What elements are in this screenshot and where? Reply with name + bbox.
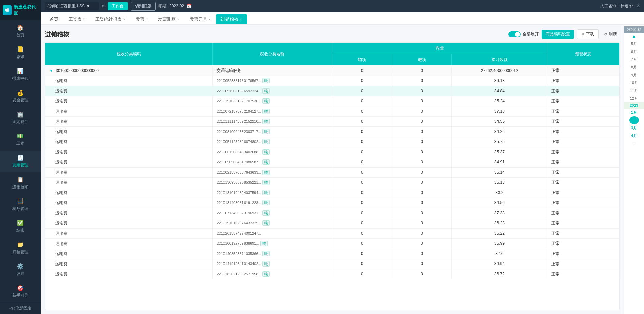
calendar-month-item[interactable]: 4月 xyxy=(629,132,639,140)
table-row: 运输费 22100523381780176567... 吨 0 0 36.13 … xyxy=(45,76,619,86)
unit-tag: 吨 xyxy=(262,88,270,94)
expand-toggle[interactable]: 全部展开 xyxy=(508,31,539,37)
cell-name-child: 运输费 xyxy=(45,177,213,188)
sidebar-footer[interactable]: ◁◁ 取消固定 xyxy=(0,302,41,314)
calendar-month-item[interactable]: 2月 xyxy=(629,116,639,124)
tab-label-salary-stat: 工资统计报表 xyxy=(95,16,122,22)
sidebar-item-archive[interactable]: 📁 归档管理 xyxy=(0,237,41,259)
calendar-month-item[interactable]: 10月 xyxy=(630,79,638,87)
calendar-month-item[interactable]: 12月 xyxy=(630,95,638,102)
refresh-button[interactable]: ↻ 刷新 xyxy=(601,30,620,39)
unit-tag: 吨 xyxy=(262,98,270,104)
cell-code-child: 2210100192789838691... 吨 xyxy=(213,238,332,249)
nav-label-tax: 税务管理 xyxy=(12,206,28,212)
cell-sale: 0 xyxy=(332,218,392,228)
nav-label-settings: 设置 xyxy=(16,271,24,277)
cell-code: ▼ 3010000000000000000 xyxy=(45,65,213,76)
tab-close-invoice-calc[interactable]: × xyxy=(177,17,179,21)
sidebar-item-capital[interactable]: 💰 资金管理 xyxy=(0,85,41,107)
toggle-track[interactable] xyxy=(508,31,521,37)
calendar-icon: 📅 xyxy=(187,4,192,8)
calendar-month-item[interactable]: 7月 xyxy=(630,56,638,63)
tab-invoice-open[interactable]: 发票开具× xyxy=(185,14,215,24)
calendar-month-item[interactable]: 1月 xyxy=(629,109,639,116)
app-name: 畅捷通易代账 xyxy=(14,4,38,16)
cell-cumulative: 33.2 xyxy=(452,188,547,198)
copy-icon[interactable]: ⧉ xyxy=(102,4,105,8)
nav-icon-settings: ⚙️ xyxy=(17,263,24,270)
table-row: 运输费 22100915031396592224... 吨 0 0 34.84 … xyxy=(45,86,619,96)
nav-label-home: 首页 xyxy=(16,32,24,38)
tab-close-invoice[interactable]: × xyxy=(146,17,148,21)
calendar-up-arrow[interactable]: ▲ xyxy=(631,33,638,40)
service-button[interactable]: 人工咨询 xyxy=(600,3,617,9)
cell-purchase: 0 xyxy=(392,76,452,86)
col-cumulative: 累计数额 xyxy=(452,54,547,66)
tab-home[interactable]: 首页 xyxy=(45,14,63,24)
cell-sale: 0 xyxy=(332,147,392,157)
unit-tag: 吨 xyxy=(262,109,270,114)
calendar-month-item[interactable]: 5月 xyxy=(630,40,638,48)
tab-inout-check[interactable]: 进销稽核× xyxy=(216,14,247,24)
sidebar-item-invoice[interactable]: 🧾 发票管理 xyxy=(0,151,41,172)
collapse-icon[interactable]: ▼ xyxy=(49,68,53,73)
calendar-month-item[interactable]: 8月 xyxy=(630,63,638,71)
cell-sale: 0 xyxy=(332,137,392,147)
nav-icon-tax: 🧮 xyxy=(17,198,24,204)
curr-year-label: 2023 xyxy=(624,102,644,109)
cell-purchase: 0 xyxy=(392,167,452,177)
cell-code-child: 22101419125410143402... 吨 xyxy=(213,259,332,269)
sidebar-item-reports[interactable]: 📊 报表中心 xyxy=(0,64,41,85)
sidebar-item-salary[interactable]: 💵 工资 xyxy=(0,129,41,151)
cell-sale: 0 xyxy=(332,269,392,279)
cell-purchase: 0 xyxy=(392,249,452,259)
tab-close-invoice-open[interactable]: × xyxy=(209,17,211,21)
tab-close-salary-stat[interactable]: × xyxy=(123,17,125,21)
calendar-month-item[interactable]: 6月 xyxy=(630,48,638,56)
calendar-month-item[interactable]: 3月 xyxy=(629,124,639,132)
unit-tag: 吨 xyxy=(262,190,270,195)
tab-salary[interactable]: 工资表× xyxy=(64,14,90,24)
sidebar-item-assets[interactable]: 🏢 固定资产 xyxy=(0,107,41,129)
calendar-month-item[interactable]: 11月 xyxy=(630,87,638,95)
sidebar-item-settle[interactable]: ✅ 结账 xyxy=(0,216,41,237)
workbench-button[interactable]: 工作台 xyxy=(108,2,128,10)
sidebar-item-tax[interactable]: 🧮 税务管理 xyxy=(0,194,41,216)
sidebar-item-guide[interactable]: 🎯 新手引导 xyxy=(0,281,41,302)
tab-invoice[interactable]: 发票× xyxy=(131,14,153,24)
unit-tag: 吨 xyxy=(262,261,270,267)
company-dropdown-icon: ▼ xyxy=(86,4,90,8)
table-row: 运输费 22100215570357643633... 吨 0 0 35.14 … xyxy=(45,167,619,177)
cell-name-child: 运输费 xyxy=(45,188,213,198)
company-selector[interactable]: (勿动) 江西报宝-LSS ▼ xyxy=(45,2,99,10)
tab-close-salary[interactable]: × xyxy=(83,17,85,21)
unit-tag: 吨 xyxy=(262,210,270,216)
calendar-month-item[interactable]: 9月 xyxy=(630,71,638,79)
sidebar-item-inout[interactable]: 📋 进销台账 xyxy=(0,172,41,194)
switch-version-button[interactable]: 切到旧版 xyxy=(131,2,156,11)
cell-code-child: 22101310194324037594... 吨 xyxy=(213,188,332,198)
table-row: 运输费 22101820212692571958... 吨 0 0 36.72 … xyxy=(45,269,619,279)
cell-cumulative: 34.55 xyxy=(452,116,547,126)
cell-purchase: 0 xyxy=(392,126,452,137)
cell-status: 正常 xyxy=(547,167,619,177)
cell-cumulative: 34.94 xyxy=(452,259,547,269)
cell-code-child: 22101910361921707536... 吨 xyxy=(213,96,332,106)
sidebar-item-settings[interactable]: ⚙️ 设置 xyxy=(0,259,41,281)
tab-salary-stat[interactable]: 工资统计报表× xyxy=(91,14,130,24)
tab-invoice-calc[interactable]: 发票测算× xyxy=(153,14,184,24)
cell-cumulative: 27262.40000000012 xyxy=(452,65,547,76)
cell-purchase: 0 xyxy=(392,218,452,228)
tab-close-inout-check[interactable]: × xyxy=(240,17,242,21)
sidebar-item-home[interactable]: 🏠 首页 xyxy=(0,20,41,42)
cell-status: 正常 xyxy=(547,157,619,167)
cell-cumulative: 34.91 xyxy=(452,157,547,167)
cell-name-child: 运输费 xyxy=(45,238,213,249)
setting-button[interactable]: 商品编码设置 xyxy=(542,30,574,39)
period-selector[interactable]: 账期 2023-02 📅 xyxy=(158,3,192,9)
sidebar-item-ledger[interactable]: 📒 总账 xyxy=(0,42,41,64)
user-menu[interactable]: 徐逢华 xyxy=(621,3,633,9)
download-button[interactable]: ⬇ 下载 xyxy=(577,29,599,39)
cell-status: 正常 xyxy=(547,177,619,188)
topbar-close-button[interactable]: × xyxy=(637,3,640,9)
